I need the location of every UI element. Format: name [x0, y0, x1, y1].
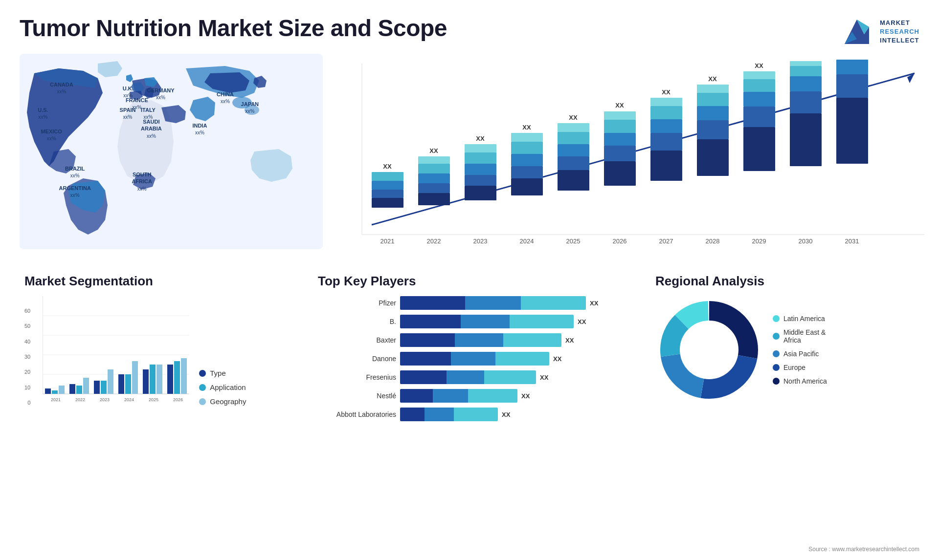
svg-rect-104: [132, 361, 138, 394]
svg-rect-44: [604, 161, 636, 186]
svg-text:2022: 2022: [75, 397, 85, 402]
type-dot: [199, 370, 206, 377]
svg-rect-47: [604, 120, 636, 133]
svg-rect-65: [743, 127, 775, 171]
india-label: INDIAxx%: [192, 122, 207, 136]
svg-rect-37: [558, 170, 589, 191]
svg-rect-30: [511, 178, 543, 195]
svg-line-8: [372, 73, 915, 225]
player-bar-container: XX: [400, 389, 636, 403]
players-title: Top Key Players: [318, 274, 636, 289]
player-name: Abbott Laboratories: [318, 410, 396, 418]
legend-middle-east-africa: Middle East &Africa: [773, 328, 827, 344]
players-section: Top Key Players Pfizer XX B.: [313, 274, 641, 421]
header: Tumor Nutrition Market Size and Scope MA…: [0, 0, 939, 54]
svg-rect-24: [465, 175, 496, 186]
player-name: Danone: [318, 355, 396, 363]
main-bar-chart: XX 2021 XX 2022 XX 2023: [347, 59, 934, 254]
svg-rect-79: [836, 98, 868, 164]
svg-text:XX: XX: [615, 102, 624, 109]
legend-application: Application: [199, 383, 246, 391]
svg-rect-95: [76, 386, 82, 394]
svg-rect-96: [83, 378, 89, 394]
svg-rect-111: [174, 361, 180, 394]
svg-rect-94: [69, 384, 75, 394]
svg-rect-34: [511, 133, 543, 142]
svg-text:2025: 2025: [566, 237, 581, 245]
mexico-label: MEXICOxx%: [41, 128, 62, 142]
svg-rect-74: [790, 76, 822, 91]
svg-rect-27: [465, 144, 496, 152]
svg-rect-18: [418, 173, 450, 183]
svg-rect-72: [790, 113, 822, 166]
player-name: Pfizer: [318, 299, 396, 307]
europe-dot: [773, 364, 780, 371]
donut-chart: [655, 296, 763, 404]
asia-pacific-label: Asia Pacific: [783, 350, 819, 358]
regional-title: Regional Analysis: [655, 274, 915, 289]
canada-label: CANADAxx%: [50, 81, 73, 95]
svg-text:2026: 2026: [173, 397, 183, 402]
player-bar-container: XX: [400, 296, 636, 310]
svg-text:XX: XX: [801, 59, 810, 59]
logo: MARKET RESEARCH INTELLECT: [840, 15, 919, 49]
donut-svg: [655, 296, 763, 404]
south-africa-label: SOUTHAFRICAxx%: [132, 171, 152, 192]
svg-text:2026: 2026: [613, 237, 627, 245]
svg-rect-99: [101, 381, 107, 394]
geography-label: Geography: [210, 397, 246, 406]
player-row-pfizer: Pfizer XX: [318, 296, 636, 310]
svg-rect-80: [836, 74, 868, 98]
seg-bars-wrapper: 2021 2022 2023: [43, 296, 189, 406]
seg-bars-svg: 2021 2022 2023: [43, 296, 189, 404]
svg-rect-60: [697, 106, 729, 120]
svg-rect-38: [558, 156, 589, 170]
svg-text:XX: XX: [755, 62, 763, 69]
svg-rect-61: [697, 93, 729, 106]
player-name: Nestlé: [318, 392, 396, 400]
argentina-label: ARGENTINAxx%: [59, 185, 91, 199]
player-row-b: B. XX: [318, 315, 636, 328]
svg-rect-106: [143, 369, 149, 394]
map-section: CANADAxx% U.S.xx% MEXICOxx% BRAZILxx% AR…: [20, 54, 333, 288]
europe-label: Europe: [783, 364, 805, 371]
players-chart: Pfizer XX B.: [318, 296, 636, 421]
saudi-label: SAUDIARABIAxx%: [141, 118, 162, 139]
svg-rect-19: [418, 164, 450, 173]
svg-rect-51: [650, 151, 682, 181]
seg-y-labels: 60 50 40 30 20 10 0: [24, 308, 30, 406]
svg-text:XX: XX: [383, 163, 392, 170]
svg-rect-67: [743, 92, 775, 107]
player-bar: [400, 315, 574, 328]
svg-rect-92: [59, 386, 65, 394]
player-name: Baxter: [318, 336, 396, 344]
svg-text:2030: 2030: [799, 237, 813, 245]
svg-rect-81: [836, 60, 868, 74]
svg-rect-98: [94, 381, 100, 394]
svg-rect-52: [650, 133, 682, 151]
player-bar: [400, 370, 536, 384]
svg-text:2024: 2024: [520, 237, 534, 245]
player-bar-container: XX: [400, 352, 636, 366]
player-row-fresenius: Fresenius XX: [318, 370, 636, 384]
segmentation-chart-area: 60 50 40 30 20 10 0: [24, 296, 298, 406]
north-america-label: North America: [783, 377, 827, 385]
player-bar-container: XX: [400, 315, 636, 328]
svg-rect-112: [181, 358, 187, 394]
regional-section: Regional Analysis: [650, 274, 919, 421]
svg-point-119: [682, 323, 736, 377]
svg-rect-41: [558, 123, 589, 132]
svg-rect-54: [650, 106, 682, 119]
svg-rect-58: [697, 139, 729, 176]
source-text: Source : www.marketresearchintellect.com: [808, 546, 919, 553]
svg-rect-100: [108, 369, 113, 394]
svg-text:2021: 2021: [51, 397, 61, 402]
svg-rect-23: [465, 186, 496, 200]
svg-text:XX: XX: [708, 75, 717, 83]
regional-content: Latin America Middle East &Africa Asia P…: [655, 296, 915, 404]
svg-rect-103: [125, 374, 131, 394]
svg-text:2024: 2024: [124, 397, 134, 402]
regional-legend: Latin America Middle East &Africa Asia P…: [773, 315, 827, 385]
application-dot: [199, 384, 206, 391]
svg-rect-59: [697, 120, 729, 139]
